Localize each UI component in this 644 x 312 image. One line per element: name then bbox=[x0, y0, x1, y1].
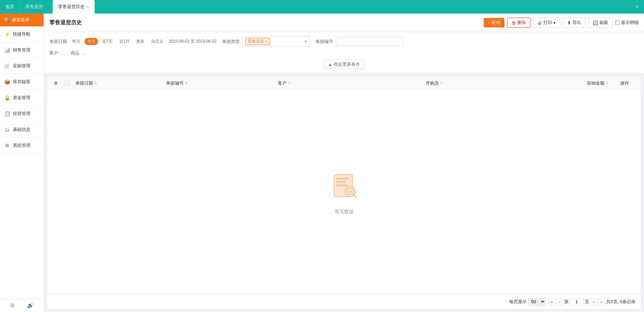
print-icon: 🖨 bbox=[538, 20, 542, 25]
empty-illustration bbox=[327, 170, 361, 203]
sound-icon[interactable]: 🔊 bbox=[27, 302, 34, 309]
refresh-button[interactable]: 🔄 刷新 bbox=[588, 18, 613, 28]
sidebar: 🔍 搜索菜单 ⚡ 快捷导航 📊 销售管理 🛒 采购管理 📦 库存核算 🔒 资金管… bbox=[0, 14, 44, 312]
total-info: 共0页, 0条记录 bbox=[606, 299, 636, 305]
bill-type-tag-remove[interactable]: × bbox=[265, 39, 268, 44]
search-menu-label: 搜索菜单 bbox=[12, 17, 29, 23]
tab-bar: 首页 零售退货 × 零售退货历史 × bbox=[0, 0, 630, 14]
display-detail-checkbox[interactable] bbox=[615, 21, 620, 25]
page-size-dropdown[interactable]: 50 100 200 bbox=[528, 298, 546, 306]
sidebar-item-operations[interactable]: 📋 经营管理 bbox=[0, 106, 44, 122]
th-date-sort-icon: ⇅ bbox=[94, 81, 97, 85]
th-ops: 操作 bbox=[611, 80, 638, 86]
empty-text: 暂无数据 bbox=[335, 209, 354, 215]
settings-bottom-icon[interactable]: ⚙ bbox=[10, 302, 15, 309]
finance-icon: 🔒 bbox=[4, 95, 10, 101]
empty-state: 暂无数据 bbox=[47, 90, 641, 294]
main-layout: 🔍 搜索菜单 ⚡ 快捷导航 📊 销售管理 🛒 采购管理 📦 库存核算 🔒 资金管… bbox=[0, 14, 644, 312]
sidebar-item-base-info[interactable]: 🗂 基础信息 bbox=[0, 122, 44, 138]
th-bill-no[interactable]: 单据编号 ⇅ bbox=[163, 80, 275, 86]
bill-no-input[interactable] bbox=[336, 37, 403, 46]
sidebar-item-finance[interactable]: 🔒 资金管理 bbox=[0, 90, 44, 106]
page-input[interactable] bbox=[570, 298, 583, 305]
bill-type-select[interactable]: 零售退货 × ▾ bbox=[242, 36, 310, 47]
date-options: 昨天 今天 近7天 近1月 更多 自定义 bbox=[70, 38, 166, 45]
th-bill-no-sort-icon: ⇅ bbox=[185, 81, 188, 85]
sidebar-label-finance: 资金管理 bbox=[13, 95, 30, 101]
goods-input[interactable]: ... bbox=[82, 50, 87, 56]
th-settings[interactable]: ⚙ bbox=[50, 81, 62, 86]
sidebar-item-quick-nav[interactable]: ⚡ 快捷导航 bbox=[0, 26, 44, 42]
inventory-icon: 📦 bbox=[4, 79, 10, 85]
window-close-button[interactable]: × bbox=[630, 4, 644, 10]
print-button[interactable]: 🖨 打印 ▾ bbox=[533, 18, 560, 28]
tab-return-close[interactable]: × bbox=[45, 5, 47, 9]
page-prev-button[interactable]: ‹ bbox=[557, 298, 563, 305]
export-label: 导出 bbox=[572, 20, 581, 26]
customer-input[interactable]: ... bbox=[61, 50, 65, 56]
goods-filter: 商品 ... bbox=[71, 50, 87, 56]
bill-type-tag-label: 零售退货 bbox=[248, 39, 264, 44]
bill-no-label: 单据编号 bbox=[315, 39, 333, 45]
export-button[interactable]: ⬆ 导出 bbox=[563, 18, 586, 28]
th-customer-label: 客户 bbox=[278, 80, 287, 86]
collapse-button[interactable]: ▲ 收起更多条件 bbox=[324, 60, 364, 69]
date-btn-today[interactable]: 今天 bbox=[85, 38, 98, 45]
sidebar-item-purchase-mgmt[interactable]: 🛒 采购管理 bbox=[0, 58, 44, 74]
bill-no-filter: 单据编号 bbox=[315, 37, 403, 46]
filter-row-1: 单据日期 昨天 今天 近7天 近1月 更多 自定义 2023-06-02 至 2… bbox=[49, 36, 639, 47]
th-guide[interactable]: 导购员 ⇅ bbox=[423, 80, 535, 86]
filter-area: 单据日期 昨天 今天 近7天 近1月 更多 自定义 2023-06-02 至 2… bbox=[44, 32, 644, 73]
th-customer[interactable]: 客户 ⇅ bbox=[275, 80, 423, 86]
th-customer-sort-icon: ⇅ bbox=[288, 81, 291, 85]
sidebar-label-system: 系统管理 bbox=[13, 142, 30, 149]
th-amount-label: 实销金额 bbox=[587, 80, 604, 86]
sales-icon: 📊 bbox=[4, 47, 10, 53]
sidebar-label-sales: 销售管理 bbox=[13, 47, 30, 53]
tab-home-label: 首页 bbox=[5, 4, 14, 10]
refresh-icon: 🔄 bbox=[593, 20, 598, 25]
tab-return-label: 零售退货 bbox=[25, 4, 43, 10]
header-actions: + 新增 🗑 删除 🖨 打印 ▾ ⬆ 导出 🔄 刷新 bbox=[484, 18, 639, 28]
tab-return[interactable]: 零售退货 × bbox=[20, 0, 53, 14]
date-btn-7days[interactable]: 近7天 bbox=[99, 38, 115, 45]
new-button[interactable]: + 新增 bbox=[484, 18, 504, 27]
date-btn-more[interactable]: 更多 bbox=[134, 38, 147, 45]
table-header: ⚙ 单据日期 ⇅ 单据编号 ⇅ 客户 ⇅ 导购员 bbox=[47, 76, 641, 90]
date-filter: 单据日期 昨天 今天 近7天 近1月 更多 自定义 2023-06-02 至 2… bbox=[49, 38, 217, 45]
tab-return-history[interactable]: 零售退货历史 × bbox=[53, 0, 94, 14]
page-first-button[interactable]: « bbox=[548, 298, 555, 305]
customer-filter: 客户 ... bbox=[49, 50, 65, 56]
sidebar-label-purchase: 采购管理 bbox=[13, 63, 30, 69]
tab-home[interactable]: 首页 bbox=[0, 0, 20, 14]
display-detail-toggle[interactable]: 显示明细 bbox=[615, 20, 639, 26]
pagination: 每页显示 50 100 200 « ‹ 第 页 › » 共0页, 0条记录 bbox=[47, 294, 641, 309]
export-icon: ⬆ bbox=[567, 20, 571, 25]
select-all-checkbox[interactable] bbox=[65, 81, 70, 86]
page-last-button[interactable]: » bbox=[598, 298, 605, 305]
date-btn-yesterday[interactable]: 昨天 bbox=[70, 38, 83, 45]
delete-button[interactable]: 🗑 删除 bbox=[507, 18, 530, 28]
tab-return-history-close[interactable]: × bbox=[87, 5, 89, 9]
sidebar-item-system-mgmt[interactable]: ⚙ 系统管理 bbox=[0, 138, 44, 154]
settings-icon: ⚙ bbox=[54, 81, 58, 86]
goods-label: 商品 bbox=[71, 50, 79, 56]
th-date[interactable]: 单据日期 ⇅ bbox=[73, 80, 163, 86]
th-guide-sort-icon: ⇅ bbox=[440, 81, 443, 85]
th-bill-no-label: 单据编号 bbox=[166, 80, 184, 86]
page-title: 零售退货历史 bbox=[49, 19, 82, 26]
sidebar-bottom: ⚙ 🔊 bbox=[0, 298, 44, 312]
svg-rect-3 bbox=[336, 184, 348, 186]
tab-return-history-label: 零售退货历史 bbox=[58, 4, 85, 10]
search-menu-button[interactable]: 🔍 搜索菜单 bbox=[0, 14, 44, 26]
th-amount[interactable]: 实销金额 ⇅ bbox=[535, 80, 611, 86]
date-btn-custom[interactable]: 自定义 bbox=[148, 38, 166, 45]
sidebar-item-sales-mgmt[interactable]: 📊 销售管理 bbox=[0, 42, 44, 58]
th-check[interactable] bbox=[62, 81, 73, 86]
page-next-button[interactable]: › bbox=[591, 298, 597, 305]
svg-point-7 bbox=[349, 190, 352, 193]
date-btn-1month[interactable]: 近1月 bbox=[117, 38, 133, 45]
page-size-selector: 每页显示 50 100 200 bbox=[509, 298, 546, 306]
sidebar-item-inventory[interactable]: 📦 库存核算 bbox=[0, 74, 44, 90]
date-label: 单据日期 bbox=[49, 39, 67, 45]
